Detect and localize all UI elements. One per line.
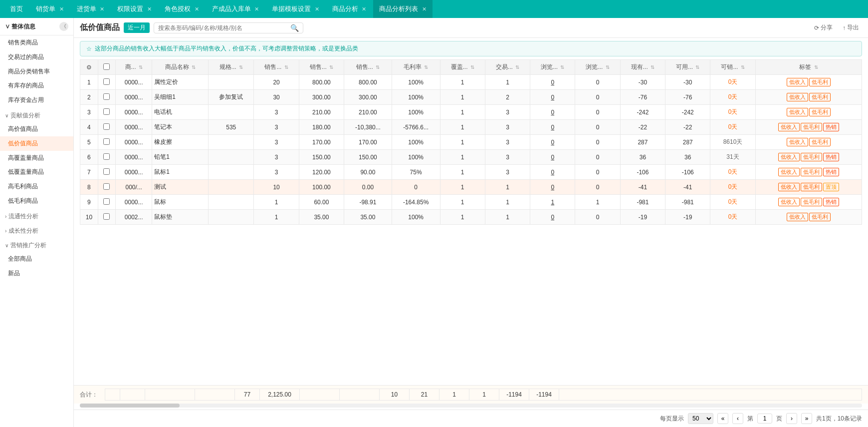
sidebar-item-new-products[interactable]: 新品 bbox=[0, 266, 73, 281]
sidebar-item-low-value[interactable]: 低价值商品 bbox=[0, 136, 73, 151]
cell-checkbox[interactable] bbox=[98, 150, 115, 165]
browse-link[interactable]: 0 bbox=[551, 124, 554, 131]
nav-template[interactable]: 单据模板设置 ✕ bbox=[266, 0, 325, 18]
th-tags[interactable]: 标签 ⇅ bbox=[755, 60, 862, 75]
browse-link[interactable]: 0 bbox=[551, 139, 554, 146]
th-spec[interactable]: 规格... ⇅ bbox=[209, 60, 254, 75]
sidebar-item-high-value[interactable]: 高价值商品 bbox=[0, 122, 73, 136]
cell-checkbox[interactable] bbox=[98, 105, 115, 120]
th-name[interactable]: 商品名称 ⇅ bbox=[152, 60, 209, 75]
sidebar-item-stock-capital[interactable]: 库存资金占用 bbox=[0, 93, 73, 107]
prev-page-button[interactable]: ‹ bbox=[732, 413, 743, 424]
th-sales-amount[interactable]: 销售... ⇅ bbox=[299, 60, 344, 75]
sidebar-group-liquidity[interactable]: › 流通性分析 bbox=[0, 208, 73, 223]
collapse-button[interactable]: 《 bbox=[59, 22, 68, 31]
row-checkbox[interactable] bbox=[103, 123, 110, 130]
cell-checkbox[interactable] bbox=[98, 180, 115, 195]
horizontal-scrollbar[interactable] bbox=[80, 404, 862, 408]
nav-roles[interactable]: 角色授权 ✕ bbox=[159, 0, 205, 18]
cell-browse1[interactable]: 0 bbox=[530, 150, 575, 165]
cell-browse1[interactable]: 0 bbox=[530, 165, 575, 180]
cell-checkbox[interactable] bbox=[98, 165, 115, 180]
row-checkbox[interactable] bbox=[103, 213, 110, 220]
row-checkbox[interactable] bbox=[103, 138, 110, 145]
th-coverage[interactable]: 覆盖... ⇅ bbox=[440, 60, 485, 75]
close-icon[interactable]: ✕ bbox=[362, 6, 366, 12]
export-button[interactable]: ↑ 导出 bbox=[840, 22, 862, 33]
cell-browse1[interactable]: 0 bbox=[530, 120, 575, 135]
th-code[interactable]: 商... ⇅ bbox=[116, 60, 152, 75]
per-page-select[interactable]: 50 100 200 bbox=[688, 413, 713, 424]
cell-checkbox[interactable] bbox=[98, 90, 115, 105]
cell-checkbox[interactable] bbox=[98, 195, 115, 210]
search-input[interactable] bbox=[158, 24, 288, 31]
row-checkbox[interactable] bbox=[103, 183, 110, 190]
browse-link[interactable]: 1 bbox=[551, 199, 554, 206]
close-icon[interactable]: ✕ bbox=[254, 6, 259, 12]
sidebar-group-marketing[interactable]: ∨ 营销推广分析 bbox=[0, 237, 73, 252]
th-sales-profit[interactable]: 销售... ⇅ bbox=[344, 60, 392, 75]
th-settings[interactable]: ⚙ bbox=[80, 60, 98, 75]
nav-home[interactable]: 首页 bbox=[4, 0, 29, 18]
scrollbar-thumb[interactable] bbox=[80, 404, 180, 408]
filter-tag-recent[interactable]: 近一月 bbox=[124, 22, 150, 33]
browse-link[interactable]: 0 bbox=[551, 109, 554, 116]
share-button[interactable]: ⟳ 分享 bbox=[811, 22, 836, 33]
sidebar-item-category-sales-rate[interactable]: 商品分类销售率 bbox=[0, 64, 73, 79]
th-sellable-stock[interactable]: 可销... ⇅ bbox=[710, 60, 755, 75]
close-icon[interactable]: ✕ bbox=[422, 6, 427, 12]
row-checkbox[interactable] bbox=[103, 153, 110, 160]
cell-checkbox[interactable] bbox=[98, 210, 115, 225]
cell-browse1[interactable]: 0 bbox=[530, 75, 575, 90]
close-icon[interactable]: ✕ bbox=[195, 6, 199, 12]
th-browse1[interactable]: 浏览... ⇅ bbox=[530, 60, 575, 75]
nav-products-in[interactable]: 产成品入库单 ✕ bbox=[206, 0, 265, 18]
page-input[interactable] bbox=[757, 414, 772, 424]
cell-browse1[interactable]: 0 bbox=[530, 210, 575, 225]
browse-link[interactable]: 0 bbox=[551, 154, 554, 161]
th-browse2[interactable]: 浏览... ⇅ bbox=[575, 60, 620, 75]
search-icon[interactable]: 🔍 bbox=[290, 24, 299, 32]
cell-browse1[interactable]: 0 bbox=[530, 180, 575, 195]
th-sales-qty[interactable]: 销售... ⇅ bbox=[254, 60, 299, 75]
sidebar-item-sales-products[interactable]: 销售类商品 bbox=[0, 35, 73, 50]
sidebar-group-growth[interactable]: › 成长性分析 bbox=[0, 223, 73, 237]
sidebar-item-low-coverage[interactable]: 低覆盖量商品 bbox=[0, 165, 73, 179]
browse-link[interactable]: 0 bbox=[551, 169, 554, 176]
sidebar-item-all-products[interactable]: 全部商品 bbox=[0, 252, 73, 266]
row-checkbox[interactable] bbox=[103, 198, 110, 205]
row-checkbox[interactable] bbox=[103, 168, 110, 175]
th-margin-rate[interactable]: 毛利率 ⇅ bbox=[392, 60, 440, 75]
cell-browse1[interactable]: 0 bbox=[530, 90, 575, 105]
last-page-button[interactable]: » bbox=[801, 413, 812, 424]
sidebar-group-contribution[interactable]: ∨ 贡献值分析 bbox=[0, 107, 73, 122]
browse-link[interactable]: 0 bbox=[551, 214, 554, 221]
select-all-checkbox[interactable] bbox=[103, 63, 110, 70]
nav-product-analysis[interactable]: 商品分析 ✕ bbox=[326, 0, 373, 18]
sidebar-item-traded-products[interactable]: 交易过的商品 bbox=[0, 50, 73, 64]
cell-browse1[interactable]: 0 bbox=[530, 105, 575, 120]
th-available-stock[interactable]: 可用... ⇅ bbox=[665, 60, 710, 75]
close-icon[interactable]: ✕ bbox=[147, 6, 152, 12]
cell-browse1[interactable]: 0 bbox=[530, 135, 575, 150]
nav-sales[interactable]: 销货单 ✕ bbox=[30, 0, 70, 18]
nav-purchase[interactable]: 进货单 ✕ bbox=[71, 0, 111, 18]
th-checkbox[interactable] bbox=[98, 60, 115, 75]
sidebar-item-stock-products[interactable]: 有库存的商品 bbox=[0, 78, 73, 93]
nav-permissions[interactable]: 权限设置 ✕ bbox=[111, 0, 158, 18]
next-page-button[interactable]: › bbox=[786, 413, 797, 424]
cell-checkbox[interactable] bbox=[98, 75, 115, 90]
cell-checkbox[interactable] bbox=[98, 135, 115, 150]
browse-link[interactable]: 0 bbox=[551, 184, 554, 191]
row-checkbox[interactable] bbox=[103, 78, 110, 85]
browse-link[interactable]: 0 bbox=[551, 79, 554, 86]
browse-link[interactable]: 0 bbox=[551, 94, 554, 101]
th-trade[interactable]: 交易... ⇅ bbox=[485, 60, 530, 75]
close-icon[interactable]: ✕ bbox=[59, 6, 64, 12]
th-current-stock[interactable]: 现有... ⇅ bbox=[620, 60, 665, 75]
close-icon[interactable]: ✕ bbox=[315, 6, 319, 12]
cell-browse1[interactable]: 1 bbox=[530, 195, 575, 210]
sidebar-item-low-margin[interactable]: 低毛利商品 bbox=[0, 194, 73, 208]
close-icon[interactable]: ✕ bbox=[100, 6, 104, 12]
row-checkbox[interactable] bbox=[103, 108, 110, 115]
